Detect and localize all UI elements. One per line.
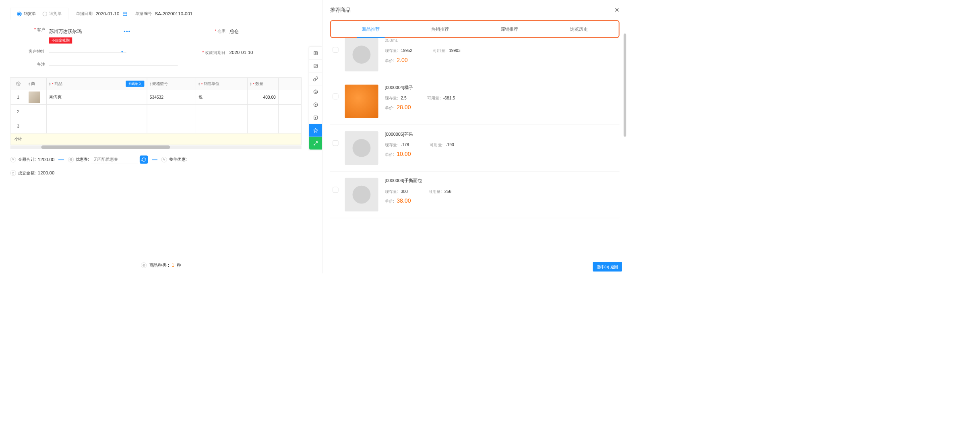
item-checkbox[interactable] [333, 140, 338, 146]
selected-return-button[interactable]: 选中(0) 返回 [593, 262, 622, 272]
deal-amount-value: 1200.00 [38, 170, 55, 176]
recommend-tab[interactable]: 滞销推荐 [493, 23, 526, 35]
stock-value: -178 [401, 143, 409, 147]
address-label: 客户地址 [29, 49, 45, 54]
recommend-tab[interactable]: 浏览历史 [562, 23, 595, 35]
address-value[interactable] [49, 50, 126, 53]
item-name: 250mL [385, 38, 617, 43]
item-image [345, 178, 378, 211]
row-index: 1 [10, 90, 26, 104]
vertical-scrollbar[interactable] [624, 33, 626, 137]
recommend-tab[interactable]: 热销推荐 [424, 23, 457, 35]
spec-column-header[interactable]: ▴▾规格型号 [147, 78, 196, 90]
price-value: 28.00 [397, 104, 411, 111]
discount-icon: ✎ [161, 157, 167, 162]
due-date-value[interactable]: 2020-01-10 [229, 49, 302, 56]
doc-code-value: SA-20200110-001 [155, 11, 193, 16]
warehouse-label: 仓库 [217, 29, 225, 33]
table-row[interactable]: 3 [10, 119, 301, 134]
price-label: 单价: [385, 152, 394, 157]
warehouse-value[interactable]: 总仓 [229, 27, 302, 36]
customer-label: 客户 [37, 27, 45, 32]
unit-column-header[interactable]: ▴▾*销售单位 [196, 78, 248, 90]
row-thumb [26, 119, 47, 133]
row-qty[interactable]: 400.00 [248, 90, 279, 104]
qty-column-header[interactable]: ▴▾*数量 [248, 78, 279, 90]
avail-value: -681.5 [443, 96, 455, 100]
list-icon[interactable] [309, 47, 322, 60]
calendar-icon[interactable] [122, 11, 128, 17]
customer-value[interactable]: 苏州万达沃尔玛 [49, 27, 121, 36]
row-spec[interactable] [147, 105, 196, 119]
doc-code-label: 单据编号 [135, 11, 152, 16]
currency-toolbar-icon[interactable] [309, 111, 322, 124]
recommend-tab[interactable]: 新品推荐 [354, 23, 387, 35]
row-thumb [26, 90, 47, 104]
row-spec[interactable]: 534532 [147, 90, 196, 104]
item-checkbox[interactable] [333, 47, 338, 52]
table-row[interactable]: 2 [10, 105, 301, 119]
doc-date-label: 单据日期 [76, 11, 93, 16]
chart-icon[interactable] [309, 60, 322, 73]
customer-tag: 不固定账期 [49, 37, 72, 44]
avail-value: -190 [446, 143, 454, 147]
item-checkbox[interactable] [333, 93, 338, 99]
row-spec[interactable] [147, 119, 196, 133]
row-unit[interactable] [196, 119, 248, 133]
thumb-column-header[interactable]: ▴▾商 [26, 78, 47, 90]
row-product[interactable]: 果倍爽 [47, 90, 147, 104]
expand-icon[interactable] [309, 137, 322, 150]
close-icon[interactable]: ✕ [614, 6, 620, 14]
remark-value[interactable] [49, 63, 178, 66]
scan-input-button[interactable]: 扫码录入 [126, 81, 144, 87]
recommend-item: [0000006]手撕面包 现存量:300 可用量:256 单价:38.00 [330, 172, 620, 218]
item-name: [0000004]橘子 [385, 85, 617, 91]
archive-icon[interactable] [309, 98, 322, 111]
star-icon[interactable] [309, 124, 322, 137]
horizontal-scrollbar[interactable] [10, 145, 302, 149]
row-qty[interactable] [248, 105, 279, 119]
sales-order-label: 销货单 [24, 11, 36, 17]
product-column-header[interactable]: ▴▾*商品扫码录入 [47, 78, 147, 90]
row-unit[interactable] [196, 105, 248, 119]
sku-count-suffix: 种 [177, 262, 181, 268]
due-date-label: 收款到期日 [205, 50, 225, 54]
stock-label: 现存量: [385, 189, 399, 194]
coupon-input[interactable] [91, 156, 138, 163]
avail-label: 可用量: [427, 96, 441, 100]
swap-icon[interactable] [309, 85, 322, 98]
recommend-item: [0000004]橘子 现存量:2.5 可用量:-681.5 单价:28.00 [330, 78, 620, 125]
remark-label: 备注 [37, 62, 45, 66]
customer-more-icon[interactable]: ••• [124, 29, 130, 35]
item-checkbox[interactable] [333, 187, 338, 193]
amount-total-value: 1200.00 [38, 157, 55, 162]
order-discount-label: 整单优惠: [169, 157, 187, 162]
return-order-radio[interactable]: 退货单 [43, 11, 62, 17]
currency-icon: ¥ [10, 157, 16, 162]
doc-date-value[interactable]: 2020-01-10 [95, 11, 119, 16]
subtotal-label: 小计 [10, 134, 26, 145]
price-label: 单价: [385, 58, 394, 63]
price-value: 2.00 [397, 57, 407, 63]
sales-order-radio[interactable]: 销货单 [17, 11, 36, 17]
price-value: 10.00 [397, 151, 411, 157]
row-product[interactable] [47, 119, 147, 133]
price-label: 单价: [385, 199, 394, 203]
row-product[interactable] [47, 105, 147, 119]
gear-column-header[interactable] [10, 78, 26, 90]
return-order-label: 退货单 [49, 11, 62, 17]
stock-value: 19952 [401, 48, 412, 53]
link-icon[interactable] [309, 73, 322, 85]
recommend-item: 250mL 现存量:19952 可用量:19903 单价:2.00 [330, 38, 620, 78]
svg-marker-7 [314, 128, 318, 132]
refresh-coupon-button[interactable] [140, 155, 148, 164]
table-row[interactable]: 1 果倍爽 534532 包 400.00 [10, 90, 301, 105]
item-image [345, 85, 378, 118]
avail-value: 256 [445, 189, 451, 194]
avail-label: 可用量: [430, 143, 443, 147]
row-unit[interactable]: 包 [196, 90, 248, 104]
row-qty[interactable] [248, 119, 279, 133]
stock-label: 现存量: [385, 48, 399, 53]
sku-icon: ◎ [141, 262, 147, 268]
chevron-down-icon[interactable]: ▾ [121, 50, 123, 54]
